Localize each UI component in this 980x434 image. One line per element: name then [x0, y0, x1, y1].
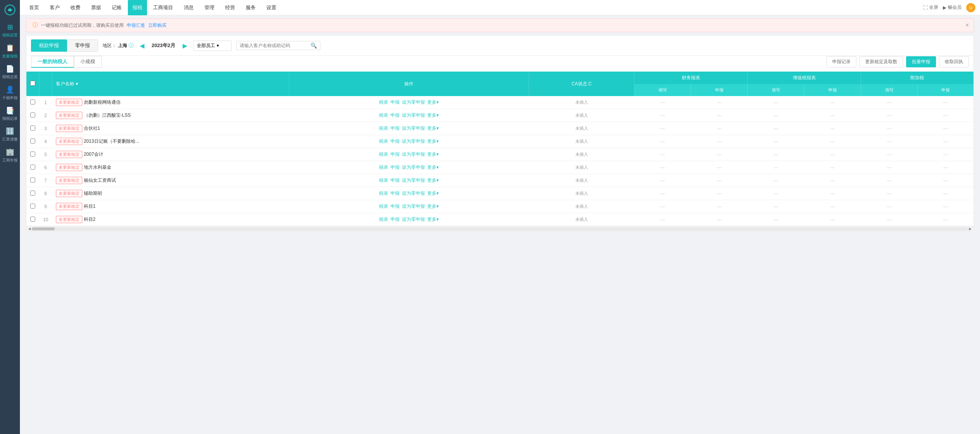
client-name[interactable]: 科目1	[84, 204, 96, 209]
sidebar-item-tax-settings[interactable]: ⊞ 报税设置	[0, 20, 20, 41]
op-link[interactable]: 税表	[379, 191, 388, 196]
op-link[interactable]: 更多▾	[427, 100, 439, 105]
tab-general-taxpayer[interactable]: 一般的纳税人	[31, 56, 74, 68]
scroll-thumb[interactable]	[32, 227, 55, 230]
op-link[interactable]: 设为零申报	[402, 139, 425, 144]
op-link[interactable]: 申报	[390, 139, 400, 144]
batch-report-btn[interactable]: 批量申报	[906, 56, 936, 67]
op-link[interactable]: 申报	[390, 152, 400, 157]
row-checkbox[interactable]	[30, 113, 35, 117]
client-name[interactable]: 2013日记账（不要删除哈...	[84, 139, 139, 144]
nav-bookkeeping[interactable]: 记账	[107, 0, 126, 15]
client-name[interactable]: 地方水利基金	[84, 165, 111, 170]
sidebar-item-biz-report[interactable]: 🏢 工商年报	[0, 145, 20, 165]
user-avatar[interactable]: U	[966, 3, 975, 12]
nav-operation[interactable]: 经营	[220, 0, 240, 15]
op-link[interactable]: 申报	[390, 113, 400, 118]
op-link[interactable]: 税表	[379, 113, 388, 118]
sidebar-item-batch-tax[interactable]: 📋 批量报税	[0, 41, 20, 61]
nav-client[interactable]: 客户	[45, 0, 64, 15]
client-name[interactable]: 科目2	[84, 217, 96, 222]
sidebar-item-tax-overview[interactable]: 📄 报税总览	[0, 62, 20, 82]
row-checkbox[interactable]	[30, 165, 35, 170]
notice-link-buy[interactable]: 立即购买	[148, 22, 167, 29]
op-link[interactable]: 申报	[390, 204, 400, 209]
op-link[interactable]: 设为零申报	[402, 100, 425, 105]
collect-return-btn[interactable]: 收取回执	[939, 56, 969, 67]
op-link[interactable]: 税表	[379, 139, 388, 144]
tab-zero-declaration[interactable]: 零申报	[67, 39, 98, 52]
th-name[interactable]: 客户名称 ▾	[52, 72, 289, 96]
op-link[interactable]: 更多▾	[427, 178, 439, 183]
op-link[interactable]: 申报	[390, 100, 400, 105]
nav-message[interactable]: 消息	[179, 0, 198, 15]
op-link[interactable]: 申报	[390, 191, 400, 196]
op-link[interactable]: 更多▾	[427, 204, 439, 209]
op-link[interactable]: 更多▾	[427, 152, 439, 157]
op-link[interactable]: 更多▾	[427, 113, 439, 118]
search-icon[interactable]: 🔍	[310, 42, 317, 49]
notice-link-report[interactable]: 申报汇签	[127, 22, 145, 29]
op-link[interactable]: 税表	[379, 126, 388, 131]
fullscreen-btn[interactable]: ⛶ 全屏	[923, 4, 938, 11]
nav-invoice[interactable]: 票据	[87, 0, 106, 15]
client-name[interactable]: 勿删新税网络通信	[84, 100, 121, 105]
client-name[interactable]: 杨仙女工资商试	[84, 178, 116, 183]
nav-manage[interactable]: 管理	[200, 0, 219, 15]
op-link[interactable]: 更多▾	[427, 217, 439, 222]
op-link[interactable]: 税表	[379, 165, 388, 170]
prev-period-btn[interactable]: ◀	[138, 42, 146, 49]
member-btn[interactable]: ▶ 畅会员	[943, 4, 962, 11]
update-confirm-btn[interactable]: 更新核定及取数	[859, 56, 903, 67]
scroll-left-arrow[interactable]: ◀	[27, 227, 32, 231]
sidebar-item-calc-clear[interactable]: 🔢 汇算清缴	[0, 124, 20, 145]
row-checkbox[interactable]	[30, 126, 35, 131]
row-checkbox[interactable]	[30, 178, 35, 183]
row-checkbox[interactable]	[30, 204, 35, 209]
op-link[interactable]: 更多▾	[427, 191, 439, 196]
row-checkbox[interactable]	[30, 139, 35, 144]
op-link[interactable]: 设为零申报	[402, 113, 425, 118]
op-link[interactable]: 更多▾	[427, 165, 439, 170]
client-name[interactable]: （勿删）江西酸宝-LSS	[84, 113, 131, 118]
search-input[interactable]	[240, 43, 310, 48]
sidebar-item-tax-records[interactable]: 📑 报税记录	[0, 103, 20, 124]
op-link[interactable]: 税表	[379, 152, 388, 157]
dept-select[interactable]: 全部员工 ▾	[193, 41, 232, 51]
row-checkbox[interactable]	[30, 191, 35, 196]
row-checkbox[interactable]	[30, 217, 35, 222]
nav-service[interactable]: 服务	[241, 0, 260, 15]
sidebar-item-personal-tax[interactable]: 👤 个税申报	[0, 82, 20, 103]
client-name[interactable]: 合伙社1	[84, 126, 100, 131]
op-link[interactable]: 设为零申报	[402, 126, 425, 131]
op-link[interactable]: 申报	[390, 178, 400, 183]
tab-small-scale[interactable]: 小规模	[74, 56, 102, 68]
nav-charge[interactable]: 收费	[66, 0, 85, 15]
op-link[interactable]: 设为零申报	[402, 217, 425, 222]
record-btn[interactable]: 申报记录	[826, 56, 856, 67]
op-link[interactable]: 设为零申报	[402, 178, 425, 183]
nav-home[interactable]: 首页	[24, 0, 44, 15]
row-checkbox[interactable]	[30, 100, 35, 104]
nav-biz-project[interactable]: 工商项目	[149, 0, 178, 15]
scroll-track[interactable]	[32, 227, 968, 230]
nav-tax[interactable]: 报税	[128, 0, 147, 15]
next-period-btn[interactable]: ▶	[181, 42, 189, 49]
nav-settings[interactable]: 设置	[262, 0, 281, 15]
row-checkbox[interactable]	[30, 152, 35, 157]
op-link[interactable]: 税表	[379, 178, 388, 183]
client-name[interactable]: 2007会计	[84, 152, 103, 157]
op-link[interactable]: 设为零申报	[402, 165, 425, 170]
op-link[interactable]: 设为零申报	[402, 191, 425, 196]
client-name[interactable]: 辅助期初	[84, 191, 102, 196]
op-link[interactable]: 设为零申报	[402, 152, 425, 157]
select-all-checkbox[interactable]	[30, 81, 35, 86]
op-link[interactable]: 申报	[390, 217, 400, 222]
op-link[interactable]: 更多▾	[427, 126, 439, 131]
op-link[interactable]: 更多▾	[427, 139, 439, 144]
op-link[interactable]: 税表	[379, 204, 388, 209]
op-link[interactable]: 税表	[379, 217, 388, 222]
op-link[interactable]: 申报	[390, 165, 400, 170]
horizontal-scrollbar[interactable]: ◀ ▶	[26, 226, 973, 231]
op-link[interactable]: 申报	[390, 126, 400, 131]
